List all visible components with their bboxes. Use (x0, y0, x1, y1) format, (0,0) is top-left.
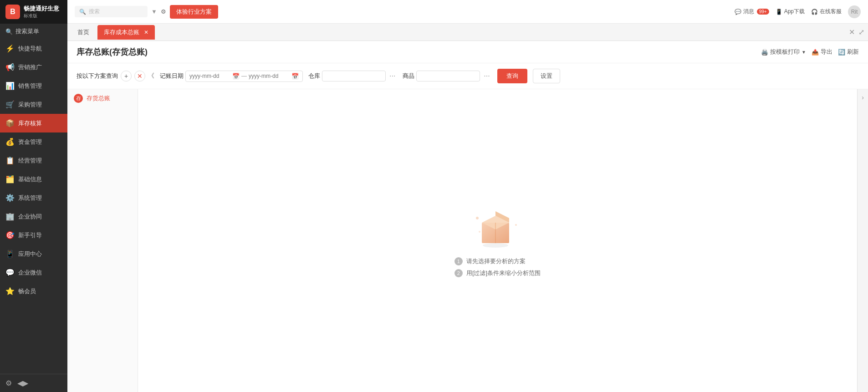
date-input-group[interactable]: 📅 — 📅 (185, 71, 303, 82)
sidebar-item-enterprise[interactable]: 🏢 企业协同 (0, 207, 67, 226)
print-dropdown-icon[interactable]: ▼ (802, 50, 806, 55)
date-start-input[interactable] (189, 73, 230, 79)
content-body: 存 存货总账 (67, 89, 868, 392)
settings-btn[interactable]: 设置 (533, 69, 560, 83)
filter-collapse-icon[interactable]: 《 (148, 72, 154, 80)
inventory-label: 库存核算 (18, 119, 42, 127)
app-download-btn[interactable]: 📱 App下载 (776, 8, 805, 15)
right-panel-arrow-icon[interactable]: › (862, 94, 864, 101)
svg-point-5 (515, 224, 517, 226)
date-end-input[interactable] (249, 73, 290, 79)
sidebar-item-quick-nav[interactable]: ⚡ 快捷导航 (0, 39, 67, 58)
query-btn[interactable]: 查询 (497, 69, 527, 83)
refresh-label: 刷新 (847, 48, 859, 56)
empty-tip-1: 1 请先选择要分析的方案 (454, 257, 541, 265)
topbar-gear-icon[interactable]: ⚙ (161, 8, 166, 15)
export-btn[interactable]: 📤 导出 (812, 48, 832, 56)
user-avatar[interactable]: Rit (848, 5, 861, 18)
marketing-icon: 📢 (5, 63, 15, 71)
topbar-search-box[interactable]: 🔍 搜索 (75, 6, 148, 17)
tip-num-1: 1 (454, 257, 463, 265)
scheme-item-inventory[interactable]: 存 存货总账 (67, 89, 138, 107)
message-btn[interactable]: 💬 消息 99+ (735, 8, 769, 15)
filter-label: 按以下方案查询 + ✕ 《 (77, 71, 154, 81)
enterprise-icon: 🏢 (5, 212, 15, 221)
sidebar-item-wechat[interactable]: 💬 企业微信 (0, 263, 67, 282)
logo-main-text: 畅捷通好生意 (24, 5, 59, 13)
sidebar-item-system[interactable]: ⚙️ 系统管理 (0, 188, 67, 207)
message-icon: 💬 (735, 9, 741, 15)
finance-label: 资金管理 (18, 138, 42, 146)
date-separator: — (241, 73, 247, 79)
topbar-dropdown-icon[interactable]: ▼ (151, 8, 157, 15)
warehouse-dots-btn[interactable]: ··· (388, 72, 397, 80)
sidebar-item-member[interactable]: ⭐ 畅会员 (0, 282, 67, 300)
basic-icon: 🗂️ (5, 175, 15, 183)
finance-icon: 💰 (5, 137, 15, 146)
sidebar-item-app-center[interactable]: 📱 应用中心 (0, 244, 67, 263)
refresh-icon: 🔄 (838, 49, 845, 56)
tip-1-text: 请先选择要分析的方案 (466, 257, 526, 265)
empty-illustration (470, 204, 525, 250)
sales-icon: 📊 (5, 81, 15, 90)
topbar-search-placeholder: 搜索 (89, 8, 100, 15)
tab-inventory-ledger[interactable]: 库存成本总账 ✕ (97, 25, 155, 40)
inventory-icon: 📦 (5, 119, 15, 127)
warehouse-label: 仓库 (308, 72, 320, 80)
sidebar-item-operation[interactable]: 📋 经营管理 (0, 151, 67, 170)
filter-clear-btn[interactable]: ✕ (134, 71, 145, 81)
message-badge: 99+ (757, 9, 769, 15)
sidebar-search[interactable]: 🔍 搜索菜单 (0, 24, 67, 39)
sidebar-item-marketing[interactable]: 📢 营销推广 (0, 58, 67, 76)
tab-close-icon[interactable]: ✕ (144, 29, 148, 36)
scheme-panel: 存 存货总账 (67, 89, 138, 392)
sidebar-settings-icon[interactable]: ⚙ (5, 379, 12, 387)
product-dots-btn[interactable]: ··· (482, 72, 491, 80)
calendar-end-icon[interactable]: 📅 (291, 73, 299, 80)
export-label: 导出 (821, 48, 832, 56)
topbar: 🔍 搜索 ▼ ⚙ 体验行业方案 💬 消息 99+ 📱 App下载 🎧 在线客服 (67, 0, 868, 24)
tab-panel-close-btn[interactable]: ✕ (849, 28, 855, 36)
refresh-btn[interactable]: 🔄 刷新 (838, 48, 859, 56)
sidebar-toggle-icon[interactable]: ◀▶ (17, 379, 28, 387)
sidebar-item-basic[interactable]: 🗂️ 基础信息 (0, 170, 67, 188)
logo-sub-text: 标准版 (24, 13, 59, 19)
sidebar: B 畅捷通好生意 标准版 🔍 搜索菜单 ⚡ 快捷导航 📢 营销推广 📊 销售管理… (0, 0, 67, 392)
sidebar-item-purchase[interactable]: 🛒 采购管理 (0, 95, 67, 114)
svg-point-7 (483, 243, 508, 248)
filter-add-btn[interactable]: + (121, 71, 132, 81)
product-input[interactable] (416, 71, 480, 81)
sidebar-item-newbie[interactable]: 🎯 新手引导 (0, 226, 67, 244)
online-service-btn[interactable]: 🎧 在线客服 (811, 8, 842, 15)
empty-state: 1 请先选择要分析的方案 2 用[过滤]条件来缩小分析范围 (138, 89, 857, 392)
export-icon: 📤 (812, 49, 819, 56)
newbie-label: 新手引导 (18, 231, 42, 239)
page-header-actions: 🖨️ 按模板打印 ▼ 📤 导出 🔄 刷新 (761, 48, 859, 56)
purchase-label: 采购管理 (18, 101, 42, 109)
product-label: 商品 (403, 72, 414, 80)
app-download-icon: 📱 (776, 9, 782, 15)
svg-point-6 (479, 231, 480, 233)
filter-area: 按以下方案查询 + ✕ 《 记账日期 📅 — 📅 仓库 ··· (67, 63, 868, 89)
tab-panel-expand-btn[interactable]: ⤢ (858, 28, 864, 36)
sidebar-logo: B 畅捷通好生意 标准版 (0, 0, 67, 24)
basic-label: 基础信息 (18, 175, 42, 183)
page-header: 库存总账(存货总账) 🖨️ 按模板打印 ▼ 📤 导出 🔄 刷新 (67, 41, 868, 63)
sidebar-item-sales[interactable]: 📊 销售管理 (0, 76, 67, 95)
operation-label: 经营管理 (18, 157, 42, 165)
date-label: 记账日期 (160, 72, 184, 80)
wechat-icon: 💬 (5, 268, 15, 277)
warehouse-input[interactable] (322, 71, 386, 81)
right-panel: › (857, 89, 868, 392)
quick-nav-icon: ⚡ (5, 44, 15, 53)
sidebar-item-finance[interactable]: 💰 资金管理 (0, 132, 67, 151)
calendar-start-icon[interactable]: 📅 (232, 73, 240, 80)
topbar-nav-area: 🔍 搜索 ▼ ⚙ 体验行业方案 (75, 5, 730, 19)
logo-text: 畅捷通好生意 标准版 (24, 5, 59, 19)
scheme-item-label: 存货总账 (87, 94, 110, 102)
tab-close-area: ✕ ⤢ (849, 28, 864, 36)
tab-home[interactable]: 首页 (71, 25, 96, 40)
sidebar-item-inventory[interactable]: 📦 库存核算 (0, 114, 67, 132)
industry-btn[interactable]: 体验行业方案 (170, 5, 218, 19)
print-template-btn[interactable]: 🖨️ 按模板打印 ▼ (761, 48, 806, 56)
